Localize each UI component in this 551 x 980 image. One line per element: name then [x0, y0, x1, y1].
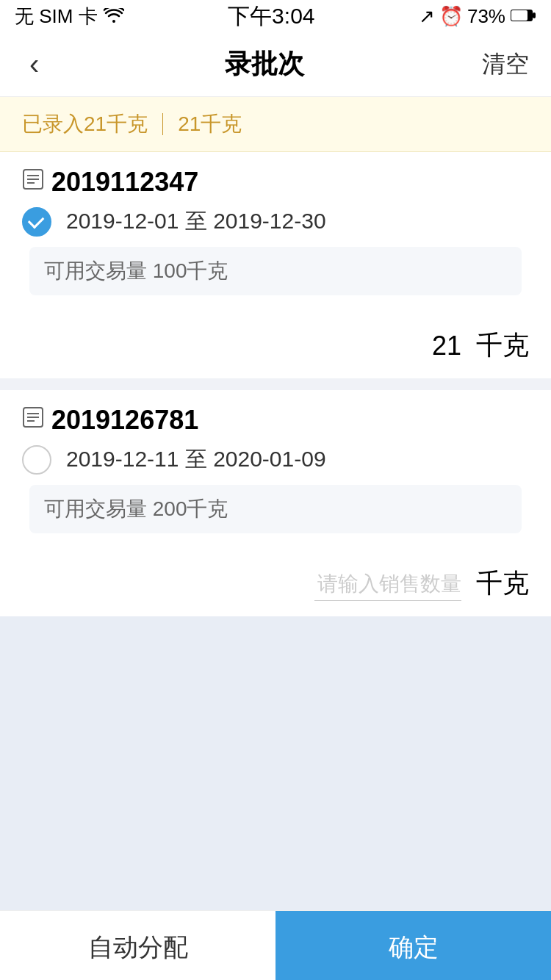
- available-text-2: 可用交易量 200千克: [44, 497, 228, 520]
- svg-rect-1: [533, 12, 536, 18]
- batch-id-row-2: 2019126781: [22, 405, 529, 436]
- quantity-value-1: 21: [432, 331, 461, 361]
- quantity-row-2[interactable]: 千克: [0, 558, 551, 616]
- clear-button[interactable]: 清空: [482, 48, 529, 81]
- status-left: 无 SIM 卡: [15, 4, 124, 29]
- content-area: 2019112347 2019-12-01 至 2019-12-30 可用交易量…: [0, 152, 551, 910]
- back-button[interactable]: ‹: [22, 40, 46, 88]
- quantity-input-2[interactable]: [314, 566, 461, 601]
- summary-value: 21千克: [178, 110, 242, 138]
- batch-item-2: 2019126781 2019-12-11 至 2020-01-09 可用交易量…: [0, 390, 551, 616]
- battery-text: 73%: [467, 5, 505, 28]
- confirm-button[interactable]: 确定: [276, 911, 551, 980]
- available-row-2: 可用交易量 200千克: [29, 485, 522, 533]
- status-bar: 无 SIM 卡 下午3:04 ↗ ⏰ 73%: [0, 0, 551, 32]
- empty-space: [0, 616, 551, 910]
- nav-bar: ‹ 录批次 清空: [0, 32, 551, 97]
- batch-date-row-2[interactable]: 2019-12-11 至 2020-01-09: [22, 444, 529, 475]
- available-text-1: 可用交易量 100千克: [44, 259, 228, 282]
- status-right: ↗ ⏰ 73%: [419, 5, 536, 28]
- available-row-1: 可用交易量 100千克: [29, 247, 522, 295]
- wifi-icon: [104, 5, 124, 28]
- batch-item-1: 2019112347 2019-12-01 至 2019-12-30 可用交易量…: [0, 152, 551, 378]
- batch-id-row-1: 2019112347: [22, 167, 529, 198]
- status-time: 下午3:04: [228, 1, 314, 32]
- quantity-unit-2: 千克: [476, 566, 529, 602]
- bottom-bar: 自动分配 确定: [0, 910, 551, 980]
- summary-label: 已录入21千克: [22, 110, 148, 138]
- auto-distribute-button[interactable]: 自动分配: [0, 911, 276, 980]
- batch-doc-icon-1: [22, 168, 44, 196]
- page-title: 录批次: [225, 46, 304, 82]
- radio-btn-1[interactable]: [22, 207, 51, 237]
- sim-status: 无 SIM 卡: [15, 4, 98, 29]
- batch-date-2: 2019-12-11 至 2020-01-09: [66, 444, 326, 475]
- quantity-unit-1: 千克: [476, 328, 529, 364]
- separator-1: [0, 378, 551, 390]
- summary-divider: [162, 113, 163, 135]
- alarm-icon: ⏰: [439, 5, 463, 28]
- location-icon: ↗: [419, 5, 435, 28]
- batch-date-1: 2019-12-01 至 2019-12-30: [66, 206, 326, 237]
- battery-icon: [510, 5, 536, 28]
- batch-id-2: 2019126781: [51, 405, 198, 436]
- svg-rect-2: [511, 10, 527, 21]
- summary-bar: 已录入21千克 21千克: [0, 97, 551, 152]
- batch-date-row-1[interactable]: 2019-12-01 至 2019-12-30: [22, 206, 529, 237]
- batch-id-1: 2019112347: [51, 167, 198, 198]
- radio-btn-2[interactable]: [22, 445, 51, 475]
- quantity-row-1: 21 千克: [0, 320, 551, 378]
- batch-doc-icon-2: [22, 406, 44, 434]
